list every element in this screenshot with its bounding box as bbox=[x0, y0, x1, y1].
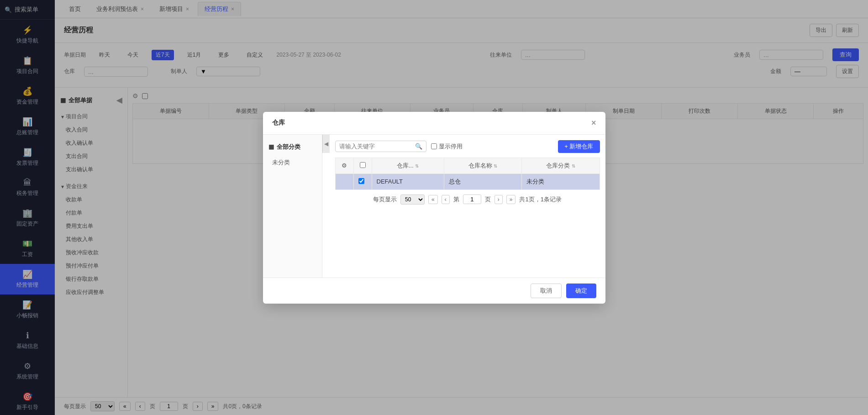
modal-body: ▦ 全部分类 未分类 ◀ 🔍 显示停用 + 新增仓库 bbox=[263, 135, 605, 278]
modal-left-panel: ▦ 全部分类 未分类 bbox=[263, 135, 322, 278]
modal-page-label: 页 bbox=[485, 195, 491, 204]
modal-table: ⚙ 仓库... ⇅ 仓库名称 ⇅ 仓库分类 bbox=[335, 158, 600, 190]
show-disabled-label[interactable]: 显示停用 bbox=[431, 142, 463, 151]
modal-left-wrapper: ▦ 全部分类 未分类 ◀ bbox=[263, 135, 330, 278]
modal-search-icon[interactable]: 🔍 bbox=[415, 143, 422, 150]
th-modal-code: 仓库... ⇅ bbox=[372, 158, 444, 173]
modal-search-input[interactable] bbox=[339, 143, 412, 150]
modal-table-header: ⚙ 仓库... ⇅ 仓库名称 ⇅ 仓库分类 bbox=[335, 158, 600, 173]
row-category: 未分类 bbox=[522, 173, 600, 189]
row-name: 总仓 bbox=[444, 173, 521, 189]
col-category-label: 仓库分类 bbox=[546, 162, 570, 169]
modal-total: 共1页，1条记录 bbox=[519, 195, 561, 204]
row-settings-icon bbox=[335, 173, 353, 189]
show-disabled-checkbox[interactable] bbox=[431, 143, 437, 149]
modal-title: 仓库 bbox=[272, 119, 285, 127]
th-modal-settings: ⚙ bbox=[335, 158, 353, 173]
th-modal-checkbox bbox=[353, 158, 372, 173]
th-modal-category: 仓库分类 ⇅ bbox=[522, 158, 600, 173]
modal-next-page[interactable]: › bbox=[494, 195, 503, 204]
modal-toolbar: 🔍 显示停用 + 新增仓库 bbox=[335, 140, 600, 153]
modal-cancel-button[interactable]: 取消 bbox=[531, 284, 562, 298]
modal-search-wrap: 🔍 bbox=[335, 141, 426, 152]
modal-confirm-button[interactable]: 确定 bbox=[566, 284, 596, 298]
sort-icon-name: ⇅ bbox=[494, 163, 497, 168]
modal-page-input[interactable] bbox=[463, 194, 481, 204]
add-warehouse-button[interactable]: + 新增仓库 bbox=[558, 140, 600, 153]
modal-left-header[interactable]: ▦ 全部分类 bbox=[263, 139, 322, 155]
modal-per-page-select[interactable]: 501020100 bbox=[400, 194, 425, 205]
grid2-icon: ▦ bbox=[268, 143, 274, 150]
modal-footer: 取消 确定 bbox=[263, 278, 605, 304]
row-code: DEFAULT bbox=[372, 173, 444, 189]
modal-table-row[interactable]: DEFAULT 总仓 未分类 bbox=[335, 173, 600, 189]
modal-collapse-btn[interactable]: ◀ bbox=[322, 135, 330, 153]
modal-first-page[interactable]: « bbox=[428, 195, 438, 204]
col-name-label: 仓库名称 bbox=[468, 162, 492, 169]
modal-header: 仓库 × bbox=[263, 112, 605, 135]
modal-right-panel: 🔍 显示停用 + 新增仓库 ⚙ 仓库... bbox=[330, 135, 605, 278]
modal-select-all[interactable] bbox=[360, 162, 366, 168]
modal-left-item-unclassified[interactable]: 未分类 bbox=[263, 155, 322, 170]
show-disabled-text: 显示停用 bbox=[439, 142, 463, 151]
sort-icon-category: ⇅ bbox=[572, 163, 575, 168]
modal-last-page[interactable]: » bbox=[506, 195, 516, 204]
warehouse-modal: 仓库 × ▦ 全部分类 未分类 ◀ 🔍 显 bbox=[263, 112, 605, 304]
col-code-label: 仓库... bbox=[397, 162, 414, 169]
row-checkbox[interactable] bbox=[358, 178, 364, 184]
modal-prev-page[interactable]: ‹ bbox=[442, 195, 450, 204]
th-modal-name: 仓库名称 ⇅ bbox=[444, 158, 521, 173]
row-checkbox-cell bbox=[353, 173, 372, 189]
modal-close-button[interactable]: × bbox=[591, 118, 596, 128]
modal-pagination: 每页显示 501020100 « ‹ 第 页 › » 共1页，1条记录 bbox=[335, 194, 600, 205]
modal-left-all-label: 全部分类 bbox=[277, 143, 300, 151]
modal-page-word: 第 bbox=[453, 195, 459, 204]
modal-per-page-label: 每页显示 bbox=[373, 195, 397, 204]
sort-icon-code: ⇅ bbox=[415, 163, 419, 168]
